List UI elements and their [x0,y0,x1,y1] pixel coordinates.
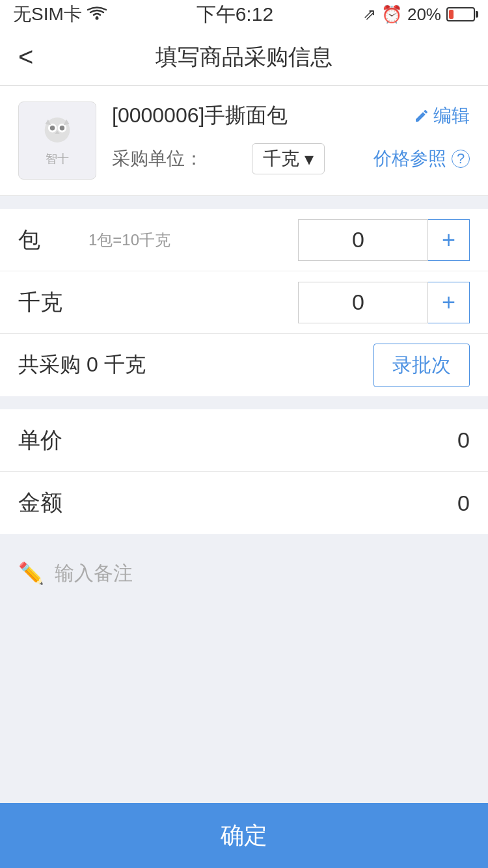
status-bar-left: 无SIM卡 [13,2,107,27]
status-bar-right: ⇗ ⏰ 20% [363,5,475,25]
svg-point-4 [50,126,55,130]
summary-row: 共采购 0 千克 录批次 [0,334,488,396]
nav-bar: < 填写商品采购信息 [0,29,488,86]
batch-button[interactable]: 录批次 [373,344,470,387]
kg-label: 千克 [18,288,83,318]
unit-price-value: 0 [457,427,470,453]
status-bar-time: 下午6:12 [197,1,273,28]
filler-area [0,612,488,803]
unit-price-label: 单价 [18,426,62,455]
carrier-label: 无SIM卡 [13,2,82,27]
product-info: [0000006]手撕面包 编辑 采购单位： 千克 ▾ 价格参照 ? [112,102,470,174]
product-image: 智十 [18,102,96,180]
kg-plus-button[interactable]: + [428,282,470,323]
wifi-icon [87,4,107,25]
product-thumbnail [34,115,80,148]
product-card: 智十 [0000006]手撕面包 编辑 采购单位： 千克 ▾ 价格参照 ? [0,86,488,196]
amount-label: 金额 [18,488,62,518]
edit-icon [414,108,429,124]
dropdown-arrow-icon: ▾ [305,148,314,170]
price-ref-button[interactable]: 价格参照 ? [373,146,470,171]
remark-edit-icon: ✏️ [18,561,44,586]
purchase-unit-label: 采购单位： [112,146,203,171]
back-button[interactable]: < [18,42,33,72]
logo-text: 智十 [46,151,69,167]
bag-label: 包 [18,225,83,255]
battery-icon [446,7,475,21]
price-ref-help-icon: ? [452,150,470,168]
alarm-icon: ⏰ [381,5,402,25]
unit-price-row: 单价 0 [0,409,488,472]
location-icon: ⇗ [363,5,376,23]
bag-plus-button[interactable]: + [428,219,470,261]
remark-section[interactable]: ✏️ 输入备注 [0,534,488,612]
unit-selector[interactable]: 千克 ▾ [252,143,325,174]
bag-sub-label: 1包=10千克 [88,230,170,251]
kg-quantity-input[interactable] [298,282,428,323]
amount-value: 0 [457,491,470,516]
section-divider-2 [0,396,488,409]
unit-value: 千克 [263,146,299,171]
remark-placeholder: 输入备注 [55,560,133,587]
status-bar: 无SIM卡 下午6:12 ⇗ ⏰ 20% [0,0,488,29]
kg-input-group: + [298,282,470,323]
svg-point-5 [60,126,64,130]
section-divider-1 [0,196,488,209]
kg-input-row: 千克 + [0,271,488,334]
battery-percentage: 20% [407,5,441,25]
edit-button[interactable]: 编辑 [414,103,470,128]
product-name: [0000006]手撕面包 [112,102,288,130]
bag-input-row: 包 1包=10千克 + [0,209,488,271]
page-title: 填写商品采购信息 [156,42,332,72]
summary-text: 共采购 0 千克 [18,351,146,379]
quantity-section: 包 1包=10千克 + 千克 + 共采购 0 千克 录批次 [0,209,488,396]
confirm-button[interactable]: 确定 [0,803,488,868]
svg-point-0 [95,17,98,20]
bag-quantity-input[interactable] [298,219,428,261]
price-section: 单价 0 金额 0 [0,409,488,534]
amount-row: 金额 0 [0,472,488,534]
bag-input-group: + [298,219,470,261]
